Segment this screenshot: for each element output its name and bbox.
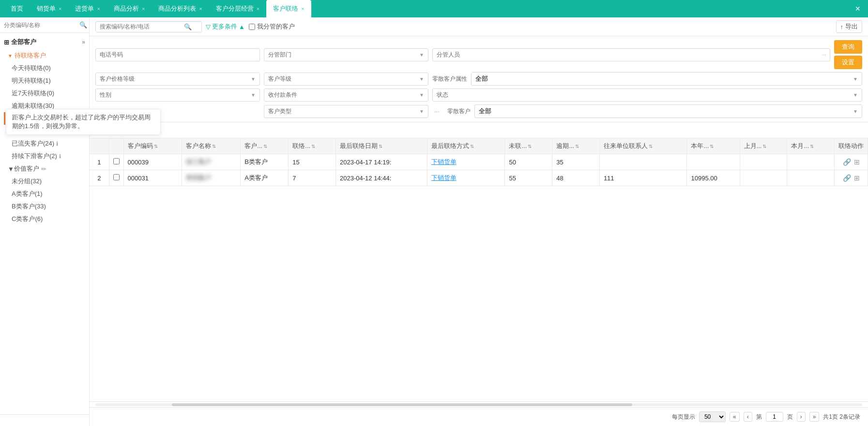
triangle-icon: ▼ xyxy=(8,53,13,59)
my-customer-checkbox-label[interactable]: 我分管的客户 xyxy=(249,22,295,31)
contact-method-link-1[interactable]: 下销货单 xyxy=(431,158,457,165)
search-icon[interactable]: 🔍 xyxy=(184,23,192,30)
phone-field[interactable]: 电话号码 xyxy=(95,48,260,61)
horizontal-scrollbar[interactable] xyxy=(90,401,868,407)
gender-field[interactable]: 性别 ▼ xyxy=(95,88,260,102)
sidebar-item-churned[interactable]: 已流失客户(24) ℹ xyxy=(4,137,89,150)
action-link-icon-1[interactable]: 🔗 xyxy=(843,158,851,166)
search-input-wrapper[interactable]: 🔍 xyxy=(95,21,202,32)
settings-button[interactable]: 设置 xyxy=(834,56,862,69)
sidebar-item-class-a[interactable]: A类客户(1) xyxy=(4,188,89,200)
td-date-2: 2023-04-12 14:44: xyxy=(336,170,427,186)
th-uncontacted[interactable]: 未联... ⇅ xyxy=(505,138,552,154)
sidebar-item-today[interactable]: 今天待联络(0) xyxy=(4,62,89,74)
close-customer-contact-icon[interactable]: × xyxy=(301,0,304,17)
search-input[interactable] xyxy=(100,23,182,30)
th-overdue[interactable]: 逾期... ⇅ xyxy=(552,138,600,154)
sort-icon-uncontacted: ⇅ xyxy=(528,144,532,149)
page-number-input[interactable] xyxy=(766,412,783,422)
nav-home[interactable]: 首页 xyxy=(4,0,30,17)
branch-dept-field[interactable]: 分管部门 ▼ xyxy=(264,48,428,61)
sort-icon-code: ⇅ xyxy=(154,144,158,149)
sidebar-item-class-b[interactable]: B类客户(33) xyxy=(4,200,89,213)
nav-sales-order[interactable]: 销货单 × xyxy=(30,0,68,17)
pagination: 每页显示 50 100 200 « ‹ 第 页 › » 共1页 2条记录 xyxy=(90,407,868,426)
row-checkbox-1[interactable] xyxy=(113,158,120,164)
close-product-analysis-icon[interactable]: × xyxy=(142,0,145,17)
value-customer-header[interactable]: ▼ 价值客户 ✏ xyxy=(4,162,89,175)
td-method-2[interactable]: 下销货单 xyxy=(427,170,505,186)
sort-icon-unit: ⇅ xyxy=(649,144,653,149)
sort-icon-lastmonth: ⇅ xyxy=(762,144,766,149)
th-customer-name[interactable]: 客户名称 ⇅ xyxy=(182,138,241,154)
chevron-down-icon-8: ▼ xyxy=(419,109,424,114)
window-close-button[interactable]: × xyxy=(851,4,864,14)
more-dots-icon[interactable]: ··· xyxy=(432,108,442,115)
close-product-analysis-list-icon[interactable]: × xyxy=(199,0,202,17)
contact-method-link-2[interactable]: 下销货单 xyxy=(431,174,457,181)
th-this-month[interactable]: 本月... ⇅ xyxy=(787,138,835,154)
retail-attr-value[interactable]: 全部 ▼ xyxy=(471,72,862,86)
tooltip-box: 距客户上次交易时长，超过了此客户的平均交易周期的1.5倍，则视为异常。 xyxy=(6,109,161,135)
nav-product-analysis-list[interactable]: 商品分析列表 × xyxy=(152,0,209,17)
export-button[interactable]: ↑ 导出 xyxy=(836,20,863,33)
next-page-button[interactable]: › xyxy=(797,412,806,422)
scroll-thumb[interactable] xyxy=(172,403,632,406)
action-link-icon-2[interactable]: 🔗 xyxy=(843,174,851,182)
query-button[interactable]: 查询 xyxy=(834,40,862,54)
nav-product-analysis[interactable]: 商品分析 × xyxy=(107,0,152,17)
th-last-contact-date[interactable]: 最后联络日期 ⇅ xyxy=(336,138,427,154)
payment-condition-field[interactable]: 收付款条件 ▼ xyxy=(264,88,428,102)
td-check-1[interactable] xyxy=(109,154,123,170)
td-overdue-2: 48 xyxy=(552,170,600,186)
td-lastmonth-1 xyxy=(740,154,787,170)
td-uncontacted-2: 55 xyxy=(505,170,552,186)
nav-purchase-order[interactable]: 进货单 × xyxy=(68,0,107,17)
sidebar-search-input[interactable] xyxy=(4,22,76,29)
value-customer-group: ▼ 价值客户 ✏ 未分组(32) A类客户(1) B类客户(33) C类客户(6… xyxy=(0,162,89,225)
customer-level-field[interactable]: 客户等级 ▼ xyxy=(264,73,428,86)
sidebar-search-icon[interactable]: 🔍 xyxy=(79,21,87,29)
sidebar-collapse-icon[interactable]: » xyxy=(82,39,85,45)
sidebar-item-tomorrow[interactable]: 明天待联络(1) xyxy=(4,74,89,87)
td-check-2[interactable] xyxy=(109,170,123,186)
price-level-field[interactable]: 客户价格等级 ▼ xyxy=(95,73,260,86)
nav-customer-contact[interactable]: 客户联络 × xyxy=(266,0,311,17)
action-grid-icon-2[interactable]: ⊞ xyxy=(854,174,860,182)
sidebar-item-declining[interactable]: 持续下滑客户(2) ℹ xyxy=(4,150,89,162)
prev-page-button[interactable]: ‹ xyxy=(744,412,752,422)
nav-customer-segmentation[interactable]: 客户分层经营 × xyxy=(209,0,266,17)
last-page-button[interactable]: » xyxy=(809,412,820,422)
status-field[interactable]: 状态 ▼ xyxy=(432,88,862,102)
sidebar-item-ungrouped[interactable]: 未分组(32) xyxy=(4,175,89,188)
sidebar-item-7days[interactable]: 近7天待联络(0) xyxy=(4,87,89,100)
action-grid-icon-1[interactable]: ⊞ xyxy=(854,158,860,166)
th-customer-code[interactable]: 客户编码 ⇅ xyxy=(123,138,182,154)
close-purchase-order-icon[interactable]: × xyxy=(97,0,100,17)
th-customer-level[interactable]: 客户... ⇅ xyxy=(241,138,289,154)
th-unit-contacts[interactable]: 往来单位联系人 ⇅ xyxy=(599,138,687,154)
branch-person-field[interactable]: 分管人员 ··· xyxy=(432,48,830,61)
pending-contact-header[interactable]: ▼ 待联络客户 xyxy=(4,49,89,62)
more-conditions-button[interactable]: ▽ 更多条件 ▲ xyxy=(206,22,245,31)
retail-customer-value[interactable]: 全部 ▼ xyxy=(474,104,862,118)
sidebar-item-class-c[interactable]: C类客户(6) xyxy=(4,213,89,225)
th-last-contact-method[interactable]: 最后联络方式 ⇅ xyxy=(427,138,505,154)
chevron-down-icon-7: ▼ xyxy=(853,92,858,98)
all-customers-header[interactable]: ⊞ 全部客户 » xyxy=(0,35,89,49)
my-customer-checkbox[interactable] xyxy=(249,24,255,30)
first-page-button[interactable]: « xyxy=(730,412,740,422)
edit-icon[interactable]: ✏ xyxy=(41,165,46,173)
row-checkbox-2[interactable] xyxy=(113,174,120,180)
th-contact-count[interactable]: 联络... ⇅ xyxy=(289,138,336,154)
th-this-year[interactable]: 本年... ⇅ xyxy=(687,138,740,154)
scroll-track xyxy=(95,403,862,406)
customer-type-field[interactable]: 客户类型 ▼ xyxy=(264,105,428,118)
td-method-1[interactable]: 下销货单 xyxy=(427,154,505,170)
th-last-month[interactable]: 上月... ⇅ xyxy=(740,138,787,154)
close-sales-order-icon[interactable]: × xyxy=(59,0,61,17)
retail-attr-field: 零散客户属性 全部 ▼ xyxy=(432,72,862,86)
close-customer-segmentation-icon[interactable]: × xyxy=(257,0,259,17)
td-level-1: B类客户 xyxy=(241,154,289,170)
per-page-select[interactable]: 50 100 200 xyxy=(699,411,726,422)
